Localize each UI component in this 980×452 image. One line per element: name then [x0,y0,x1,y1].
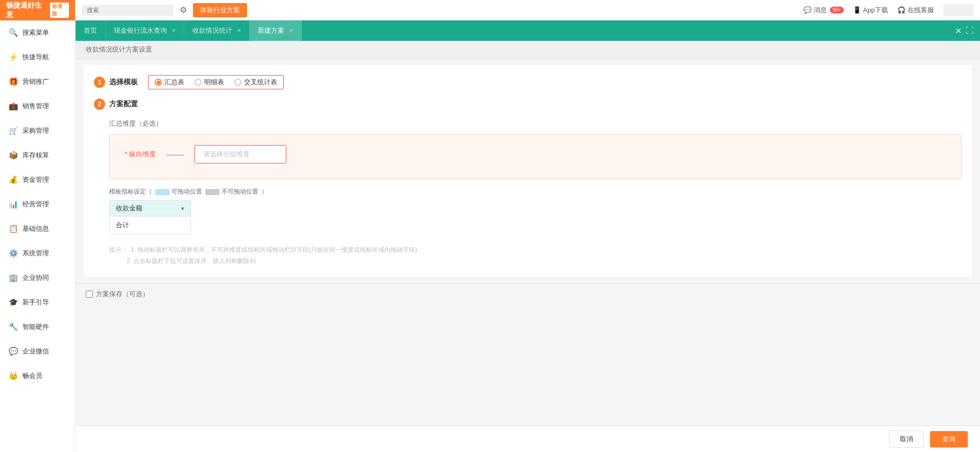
sidebar-item-inventory[interactable]: 📦 库存核算 [0,143,75,168]
fixed-legend-label: 不可拖动位置 [222,187,258,196]
tab-new-plan-close[interactable]: × [289,27,293,34]
metrics-table-row: 合计 [110,217,190,234]
sidebar-item-system[interactable]: ⚙️ 系统管理 [0,241,75,266]
sidebar-label-quick-nav: 快捷导航 [22,53,49,62]
radio-cross-circle [234,79,241,86]
tab-payment-stats[interactable]: 收款情况统计 × [184,20,250,41]
radio-summary-circle [155,79,162,86]
fixed-legend: 不可拖动位置 [205,187,258,196]
sidebar-item-enterprise[interactable]: 🏢 企业协同 [0,266,75,290]
hardware-icon: 🔧 [8,322,18,332]
vertical-dimension-row: * 纵向维度 —— 请选择分组维度 [120,145,951,163]
settings-icon[interactable]: ⚙ [180,5,187,15]
tab-bank-flow-label: 现金银行流水查询 [114,26,167,35]
sidebar-item-quick-nav[interactable]: ⚡ 快捷导航 [0,45,75,69]
sidebar-item-wechat[interactable]: 💬 企业微信 [0,339,75,364]
sidebar-badge-label: 标准版 [50,3,69,18]
search-input[interactable] [82,5,174,16]
tips-line2: 2. 点击标题栏下拉可设置排序、插入列和删除列 [109,256,962,267]
tab-bank-flow-close[interactable]: × [172,27,176,34]
search-menu-icon: 🔍 [8,28,18,38]
tips-label: 提示： [109,245,128,256]
tips-section: 提示： 1. 拖动标题栏可以调整布局，不可跨维度或指标区域拖动栏目字段(只能在同… [109,245,962,267]
metrics-table-header-label: 收款金额 [116,204,142,213]
notice-button[interactable]: 💬 消息 99+ [803,6,844,15]
dimension-section-title: 汇总维度（必选） [109,119,962,128]
service-icon: 🎧 [897,6,905,14]
service-label: 在线客服 [908,6,934,15]
sidebar-item-marketing[interactable]: 🎁 营销推广 [0,69,75,94]
topbar: ⚙ 体验行业方案 💬 消息 99+ 📱 App下载 🎧 在线客服 [76,0,980,20]
tab-close-all-icon[interactable]: ✕ [955,26,962,36]
radio-detail-label: 明细表 [204,78,224,87]
metrics-dropdown-arrow[interactable]: ▾ [181,205,184,212]
cancel-button[interactable]: 取消 [889,431,924,448]
tips-line1: 提示： 1. 拖动标题栏可以调整布局，不可跨维度或指标区域拖动栏目字段(只能在同… [109,245,962,256]
dimension-placeholder: 请选择分组维度 [203,150,250,158]
notice-icon: 💬 [803,6,812,14]
step1-title: 选择模板 [109,78,138,87]
sidebar-label-search-menu: 搜索菜单 [22,28,49,37]
sidebar: 畅捷通好生意 标准版 🔍 搜索菜单 ⚡ 快捷导航 🎁 营销推广 💼 销售管理 🛒… [0,0,76,452]
finance-icon: 💰 [8,175,18,185]
metrics-section: 模板指标设定（ 可拖动位置 不可拖动位置 ） [109,187,962,234]
sidebar-label-guide: 新手引导 [22,298,49,307]
enterprise-icon: 🏢 [8,273,18,283]
footer-section: 方案保存（可选） [76,283,980,305]
sidebar-item-member[interactable]: 👑 畅会员 [0,364,75,388]
sidebar-item-operation[interactable]: 📊 经营管理 [0,192,75,217]
member-icon: 👑 [8,371,18,381]
tips-text1: 1. 拖动标题栏可以调整布局，不可跨维度或指标区域拖动栏目字段(只能在同一维度或… [131,245,417,256]
step2-badge: 2 [94,99,105,110]
industry-plan-button[interactable]: 体验行业方案 [193,3,247,17]
tab-new-plan[interactable]: 新建方案 × [250,20,302,41]
tab-payment-stats-close[interactable]: × [237,27,241,34]
sidebar-item-hardware[interactable]: 🔧 智能硬件 [0,315,75,339]
config-card: 1 选择模板 汇总表 明细表 交叉统计表 [84,65,972,277]
operation-icon: 📊 [8,199,18,209]
sidebar-item-basic-info[interactable]: 📋 基础信息 [0,217,75,241]
metrics-table-header[interactable]: 收款金额 ▾ [110,201,190,217]
step2-title: 方案配置 [109,100,138,109]
tab-payment-stats-label: 收款情况统计 [192,26,232,35]
sidebar-item-sales[interactable]: 💼 销售管理 [0,94,75,118]
sidebar-label-enterprise: 企业协同 [22,273,49,282]
sidebar-item-finance[interactable]: 💰 资金管理 [0,168,75,192]
sidebar-item-purchase[interactable]: 🛒 采购管理 [0,118,75,143]
tabs-actions: ✕ ⛶ [949,26,980,36]
user-avatar[interactable] [943,4,974,16]
basic-info-icon: 📋 [8,224,18,234]
save-plan-checkbox[interactable] [86,291,93,298]
metrics-table: 收款金额 ▾ 合计 [109,200,191,234]
metrics-table-row-label: 合计 [116,221,129,229]
tab-home[interactable]: 首页 [76,20,106,41]
download-button[interactable]: 📱 App下载 [853,6,888,15]
wechat-icon: 💬 [8,346,18,356]
radio-summary[interactable]: 汇总表 [155,78,184,87]
step2-indicator: 2 方案配置 [94,99,962,110]
notice-label: 消息 [814,6,827,15]
template-options-box: 汇总表 明细表 交叉统计表 [148,75,284,89]
dimension-selector[interactable]: 请选择分组维度 [194,145,286,163]
sidebar-label-basic-info: 基础信息 [22,224,49,233]
sidebar-logo: 畅捷通好生意 标准版 [0,0,75,20]
tab-bar: 首页 现金银行流水查询 × 收款情况统计 × 新建方案 × ✕ ⛶ [76,20,980,41]
radio-cross[interactable]: 交叉统计表 [234,78,277,87]
logo-text: 畅捷通好生意 [6,1,48,19]
sidebar-item-guide[interactable]: 🎓 新手引导 [0,290,75,315]
radio-cross-label: 交叉统计表 [244,78,277,87]
draggable-legend-dot [155,189,169,195]
radio-detail[interactable]: 明细表 [194,78,224,87]
sidebar-item-search-menu[interactable]: 🔍 搜索菜单 [0,20,75,45]
tab-expand-icon[interactable]: ⛶ [966,26,974,35]
tab-bank-flow[interactable]: 现金银行流水查询 × [106,20,184,41]
draggable-legend: 可拖动位置 [155,187,202,196]
sidebar-label-member: 畅会员 [22,371,42,380]
metrics-close-paren: ） [261,187,267,196]
tips-text2: 2. 点击标题栏下拉可设置排序、插入列和删除列 [127,256,256,267]
dimension-area: * 纵向维度 —— 请选择分组维度 [109,134,962,179]
service-button[interactable]: 🎧 在线客服 [897,6,934,15]
sidebar-label-sales: 销售管理 [22,102,49,111]
query-button[interactable]: 查询 [930,431,968,447]
download-label: App下载 [863,6,888,15]
